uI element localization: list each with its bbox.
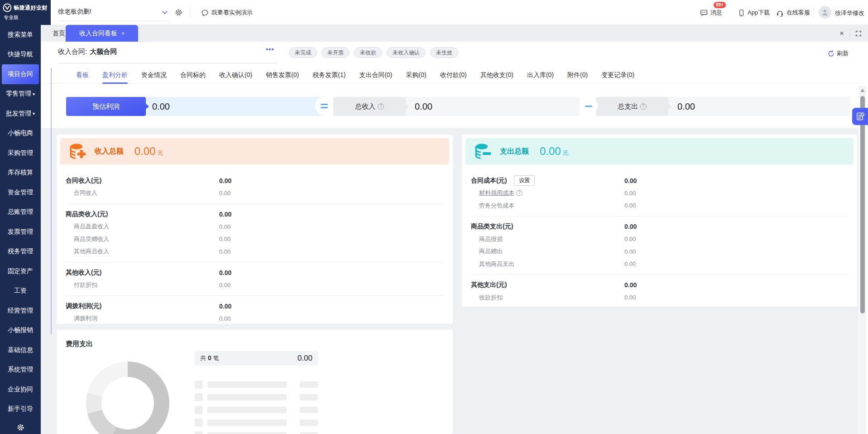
status-badge: 未收入确认 <box>387 47 426 58</box>
status-badge: 未生效 <box>430 47 458 58</box>
fee-expense-title: 费用支出 <box>66 340 93 348</box>
estimated-profit-value: 0.00 <box>152 101 170 112</box>
tab-label: 收入合同看板 <box>79 29 117 38</box>
messages-badge: 99+ <box>714 2 726 8</box>
fullscreen-icon[interactable] <box>855 30 862 37</box>
sidebar-item-onboarding[interactable]: 新手引导 <box>0 400 41 420</box>
sidebar-item-operations[interactable]: 经营管理 <box>0 301 41 321</box>
tab-close-icon[interactable] <box>121 30 125 37</box>
total-expense-value-area: 0.00 <box>668 97 850 116</box>
scrollbar-up-arrow[interactable] <box>860 89 865 92</box>
table-row: 其他商品支出0.00 <box>471 258 848 270</box>
tab-purchase[interactable]: 采购(0) <box>406 67 427 84</box>
table-row: 劳务分包成本0.00 <box>471 199 848 212</box>
table-row: 合同收入0.00 <box>66 187 444 200</box>
income-total-amount: 0.00 <box>134 145 156 158</box>
tab-other-income-expense[interactable]: 其他收支(0) <box>480 67 513 84</box>
sidebar-item-collaboration[interactable]: 企业协同 <box>0 380 41 400</box>
sidebar-item-inventory[interactable]: 库存核算 <box>0 163 41 183</box>
sidebar-item-ecommerce[interactable]: 小畅电商 <box>0 124 41 144</box>
sidebar-item-fixed-assets[interactable]: 固定资产 <box>0 261 41 281</box>
tab-income-confirm[interactable]: 收入确认(0) <box>219 67 252 84</box>
table-row: 其他支出(元)0.00 <box>471 279 848 292</box>
chevron-down-icon <box>33 111 35 116</box>
sidebar-item-quick-nav[interactable]: 快捷导航 <box>0 45 41 65</box>
table-row: 商品盘盈收入0.00 <box>66 221 444 233</box>
tab-tax-invoice[interactable]: 税务发票(1) <box>312 67 345 84</box>
messages-button[interactable]: 消息 <box>700 9 722 17</box>
sidebar-item-tax[interactable]: 税务管理 <box>0 242 41 262</box>
tab-attachments[interactable]: 附件(0) <box>567 67 588 84</box>
sidebar-item-funds[interactable]: 资金管理 <box>0 183 41 203</box>
skeleton-row <box>195 393 318 401</box>
phone-icon <box>738 9 745 17</box>
avatar[interactable] <box>819 6 831 19</box>
fee-skeleton-list <box>195 381 318 434</box>
fee-total: 0.00 <box>297 354 312 363</box>
tab-contract-subject[interactable]: 合同标的 <box>180 67 206 84</box>
sidebar-item-retail[interactable]: 零售管理 <box>0 84 41 104</box>
settings-gear-icon[interactable] <box>175 9 182 16</box>
settings-button[interactable]: 设置 <box>514 175 535 186</box>
detail-tabs: 看板 盈利分析 资金情况 合同标的 收入确认(0) 销售发票(0) 税务发票(1… <box>41 67 858 84</box>
app-download-button[interactable]: App下载 <box>738 9 770 17</box>
demo-link[interactable]: 我要看实例演示 <box>201 9 253 17</box>
workspace-underline <box>58 21 169 21</box>
close-all-icon[interactable] <box>839 29 844 38</box>
fee-count-prefix: 共 <box>200 355 206 362</box>
coins-minus-icon <box>474 142 493 161</box>
help-icon[interactable] <box>516 190 523 196</box>
sidebar-gear-icon[interactable] <box>0 424 41 431</box>
sidebar-item-reimbursement[interactable]: 小畅报销 <box>0 321 41 341</box>
workspace-select[interactable]: 徐老板勿删! <box>58 8 169 21</box>
sidebar-item-invoice[interactable]: 发票管理 <box>0 222 41 242</box>
help-icon[interactable] <box>378 103 384 110</box>
tab-expense-contract[interactable]: 支出合同(0) <box>359 67 392 84</box>
tab-board[interactable]: 看板 <box>76 67 89 84</box>
strip-divider <box>849 30 850 37</box>
sidebar-item-purchasing[interactable]: 采购管理 <box>0 143 41 163</box>
fee-summary-bar: 共0笔 0.00 <box>195 351 318 366</box>
top-bar: 畅捷通好业财 专业版 徐老板勿删! 我要看实例演示 消息 99+ <box>0 0 868 25</box>
help-icon[interactable] <box>640 103 647 110</box>
tab-funds-status[interactable]: 资金情况 <box>141 67 167 84</box>
refresh-icon <box>828 50 834 57</box>
table-row: 商品报损0.00 <box>471 233 848 246</box>
tab-payments[interactable]: 收付款(0) <box>440 67 467 84</box>
workspace-name: 徐老板勿删! <box>58 8 91 15</box>
tab-profit-analysis[interactable]: 盈利分析 <box>102 67 128 84</box>
tab-income-contract-board[interactable]: 收入合同看板 <box>66 25 138 42</box>
more-actions-icon[interactable] <box>266 45 274 53</box>
sidebar-item-search-menu[interactable]: 搜索菜单 <box>0 25 41 45</box>
sidebar-item-base-info[interactable]: 基础信息 <box>0 340 41 360</box>
fee-expense-card: 费用支出 共0笔 0.00 <box>57 330 453 434</box>
sidebar-item-system[interactable]: 系统管理 <box>0 360 41 380</box>
sidebar-item-payroll[interactable]: 工资 <box>0 281 41 301</box>
fee-donut-chart-placeholder <box>86 362 169 434</box>
refresh-button[interactable]: 刷新 <box>828 49 849 58</box>
estimated-profit-value-area: 0.00 <box>146 97 323 116</box>
expense-total-amount: 0.00 <box>540 145 561 158</box>
income-total-header: 收入总额 0.00 元 <box>60 138 449 164</box>
row-divider <box>471 308 848 309</box>
window-tab-strip: 首页 收入合同看板 <box>41 25 868 42</box>
estimated-profit-button[interactable]: 预估利润 <box>66 97 146 116</box>
contract-type-label: 收入合同: <box>58 48 87 55</box>
coins-plus-icon <box>68 142 87 161</box>
sidebar-item-project-contract[interactable]: 项目合同 <box>2 64 39 84</box>
tab-sales-invoice[interactable]: 销售发票(0) <box>266 67 299 84</box>
material-cost-link[interactable]: 材料领用成本 <box>479 189 514 197</box>
skeleton-row <box>195 419 318 427</box>
scrollbar-thumb[interactable] <box>860 96 865 313</box>
side-drawer-button[interactable] <box>852 108 868 125</box>
minus-icon <box>580 97 598 115</box>
tab-in-out-warehouse[interactable]: 出入库(0) <box>527 67 554 84</box>
expense-total-header: 支出总额 0.00 元 <box>465 138 854 164</box>
online-service-button[interactable]: 在线客服 <box>776 9 810 17</box>
tab-change-log[interactable]: 变更记录(0) <box>601 67 634 84</box>
username[interactable]: 徐泽华修改 <box>835 9 864 17</box>
sidebar-item-general-ledger[interactable]: 总账管理 <box>0 203 41 222</box>
chevron-down-icon <box>33 92 35 96</box>
sidebar-item-wholesale[interactable]: 批发管理 <box>0 104 41 124</box>
title-underline <box>58 63 276 63</box>
